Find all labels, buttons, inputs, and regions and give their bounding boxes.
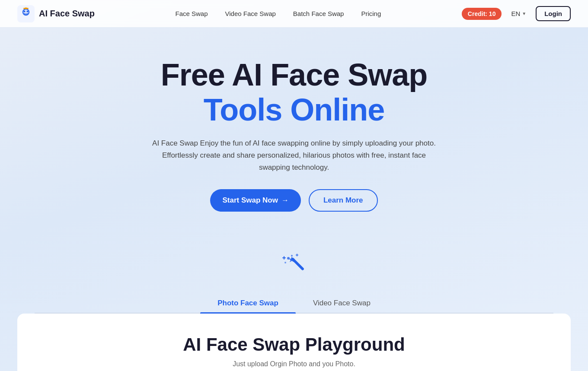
nav-links: Face Swap Video Face Swap Batch Face Swa… [169,6,388,21]
tab-video-face-swap[interactable]: Video Face Swap [296,294,388,313]
chevron-down-icon: ▼ [522,11,526,16]
hero-title-line2: Tools Online [9,92,579,128]
magic-wand-icon [279,251,309,281]
magic-icon-container [0,251,588,281]
learn-more-button[interactable]: Learn More [309,189,378,212]
svg-point-9 [291,255,293,257]
credit-badge[interactable]: Credit: 10 [462,8,502,20]
hero-buttons: Start Swap Now → Learn More [9,189,579,212]
hero-section: Free AI Face Swap Tools Online AI Face S… [0,28,588,229]
login-button[interactable]: Login [536,6,571,21]
logo[interactable]: AI Face Swap [17,5,95,22]
start-swap-button[interactable]: Start Swap Now → [210,189,300,212]
hero-subtitle: AI Face Swap Enjoy the fun of AI face sw… [147,137,441,174]
logo-icon [17,5,35,22]
svg-point-4 [27,10,29,12]
hero-title-line1: Free AI Face Swap [9,58,579,92]
nav-video-face-swap[interactable]: Video Face Swap [218,6,283,21]
playground-subtitle: Just upload Orgin Photo and you Photo. [35,360,553,368]
svg-point-3 [24,10,26,12]
start-swap-label: Start Swap Now [222,196,278,205]
nav-batch-face-swap[interactable]: Batch Face Swap [286,6,351,21]
tabs-container: Photo Face Swap Video Face Swap [35,294,553,314]
navbar-right: Credit: 10 EN ▼ Login [462,6,571,21]
lang-selector[interactable]: EN ▼ [507,7,530,20]
svg-rect-6 [26,7,27,8]
playground-section: AI Face Swap Playground Just upload Orgi… [17,314,571,371]
logo-text: AI Face Swap [39,9,95,19]
arrow-icon: → [281,196,289,205]
nav-pricing[interactable]: Pricing [354,6,388,21]
tab-photo-face-swap[interactable]: Photo Face Swap [200,294,296,313]
playground-title: AI Face Swap Playground [35,334,553,355]
svg-point-7 [287,257,290,260]
lang-label: EN [511,10,520,17]
navbar: AI Face Swap Face Swap Video Face Swap B… [0,0,588,28]
svg-point-8 [284,262,286,263]
nav-face-swap[interactable]: Face Swap [169,6,215,21]
